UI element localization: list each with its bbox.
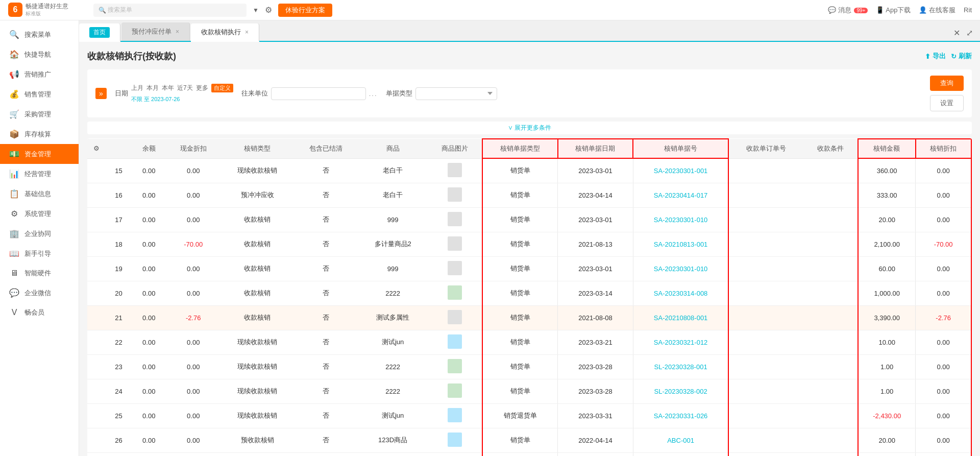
app-download[interactable]: 📱 App下载 (876, 6, 911, 15)
cell-settings[interactable] (87, 281, 106, 305)
cell-writeoff-bill-no[interactable]: SA-20230301-010 (633, 207, 728, 232)
writeoff-bill-link[interactable]: SA-20230301-010 (654, 216, 708, 224)
writeoff-bill-link[interactable]: ABC-001 (667, 437, 694, 444)
cell-settings[interactable] (87, 207, 106, 232)
sidebar-item-wechat[interactable]: 💬 企业微信 (0, 283, 79, 303)
expand-more-bar[interactable]: ∨ 展开更多条件 (87, 122, 972, 134)
writeoff-bill-link[interactable]: SA-20210808-001 (654, 314, 708, 322)
writeoff-bill-link[interactable]: SA-20210813-001 (654, 241, 708, 248)
writeoff-bill-link[interactable]: SL-20230328-001 (654, 363, 707, 371)
sidebar-item-sales[interactable]: 💰 销售管理 (0, 84, 79, 104)
cell-writeoff-type: 现续收款核销 (220, 379, 295, 403)
filter-dots: ... (369, 90, 378, 98)
col-header-settings[interactable]: ⚙ (87, 139, 106, 158)
date-this-month[interactable]: 本月 (146, 84, 159, 92)
writeoff-bill-link[interactable]: SA-20230301-010 (654, 265, 708, 273)
cell-settings[interactable] (87, 330, 106, 354)
user-name[interactable]: Rit (964, 6, 972, 14)
sidebar-label-search: 搜索菜单 (24, 30, 51, 39)
wechat-icon: 💬 (9, 288, 19, 298)
writeoff-bill-link[interactable]: SA-20230331-026 (654, 412, 708, 420)
sidebar-item-guide[interactable]: 📖 新手引导 (0, 244, 79, 263)
cell-writeoff-bill-no[interactable]: SL-20230408-001 (633, 452, 728, 456)
sidebar-item-company[interactable]: 🏢 企业协同 (0, 224, 79, 244)
writeoff-bill-link[interactable]: SA-20230414-017 (654, 191, 708, 199)
date-custom-btn[interactable]: 自定义 (211, 84, 233, 92)
goods-thumbnail (448, 383, 462, 398)
cell-settings[interactable] (87, 256, 106, 281)
from-unit-input[interactable] (271, 87, 366, 100)
cell-balance: 0.00 (132, 305, 166, 330)
refresh-btn[interactable]: ↻ 刷新 (951, 52, 972, 61)
date-this-year[interactable]: 本年 (162, 84, 174, 92)
sidebar-item-base[interactable]: 📋 基础信息 (0, 184, 79, 204)
dropdown-arrow[interactable]: ▼ (253, 7, 259, 14)
cell-receipt-condition (803, 452, 858, 456)
bill-type-select[interactable] (415, 87, 497, 100)
cell-include-settled: 否 (294, 354, 358, 379)
cell-writeoff-bill-no[interactable]: ABC-001 (633, 428, 728, 452)
tab-writeoff-close[interactable]: × (245, 29, 249, 36)
industry-btn[interactable]: 休验行业方案 (278, 4, 332, 17)
cell-writeoff-bill-no[interactable]: SA-20230321-012 (633, 330, 728, 354)
cell-goods-image (428, 158, 483, 183)
cell-writeoff-type: 收款核销 (220, 207, 295, 232)
writeoff-bill-link[interactable]: SA-20230321-012 (654, 339, 708, 346)
tab-prepay[interactable]: 预付冲应付单 × (121, 22, 190, 41)
filter-toggle-btn[interactable]: » (95, 88, 107, 99)
date-7days[interactable]: 近7天 (177, 84, 193, 92)
cell-writeoff-bill-no[interactable]: SA-20230414-017 (633, 183, 728, 207)
close-all-icon[interactable]: ✕ (951, 27, 962, 39)
cell-settings[interactable] (87, 403, 106, 428)
online-service[interactable]: 👤 在线客服 (919, 6, 955, 15)
home-icon: 🏠 (9, 50, 19, 59)
cell-writeoff-bill-no[interactable]: SL-20230328-001 (633, 354, 728, 379)
expand-icon[interactable]: ⤢ (964, 27, 975, 39)
sidebar-item-system[interactable]: ⚙ 系统管理 (0, 204, 79, 224)
sidebar-item-operation[interactable]: 📊 经营管理 (0, 164, 79, 184)
sidebar-item-shortcut[interactable]: 🏠 快捷导航 (0, 44, 79, 64)
date-more[interactable]: 更多 (196, 84, 208, 92)
sidebar-item-purchase[interactable]: 🛒 采购管理 (0, 104, 79, 124)
sidebar-item-finance[interactable]: 💵 资金管理 (0, 144, 79, 164)
sidebar-label-marketing: 营销推广 (24, 70, 51, 79)
gear-icon[interactable]: ⚙ (265, 5, 272, 15)
sidebar-item-member[interactable]: V 畅会员 (0, 303, 79, 322)
cell-cash-discount: 0.00 (166, 158, 220, 183)
cell-settings[interactable] (87, 183, 106, 207)
query-btn[interactable]: 查询 (930, 76, 964, 91)
cell-writeoff-bill-no[interactable]: SA-20230314-008 (633, 281, 728, 305)
cell-writeoff-bill-type: 销货单 (482, 207, 557, 232)
cell-writeoff-bill-no[interactable]: SA-20230301-010 (633, 256, 728, 281)
sidebar-item-inventory[interactable]: 📦 库存核算 (0, 124, 79, 144)
sidebar-item-marketing[interactable]: 📢 营销推广 (0, 64, 79, 84)
cell-settings[interactable] (87, 452, 106, 456)
cell-writeoff-bill-no[interactable]: SA-20230331-026 (633, 403, 728, 428)
cell-settings[interactable] (87, 354, 106, 379)
col-header-receipt-condition: 收款条件 (803, 139, 858, 158)
cell-settings[interactable] (87, 305, 106, 330)
tab-writeoff[interactable]: 收款核销执行 × (191, 23, 259, 42)
cell-writeoff-bill-no[interactable]: SA-20230301-001 (633, 158, 728, 183)
cell-settings[interactable] (87, 232, 106, 256)
date-row: 上月 本月 本年 近7天 更多 自定义 (131, 84, 233, 92)
cell-writeoff-bill-no[interactable]: SA-20210813-001 (633, 232, 728, 256)
settings-btn[interactable]: 设置 (930, 95, 964, 111)
cell-settings[interactable] (87, 158, 106, 183)
tab-prepay-close[interactable]: × (176, 28, 179, 35)
export-btn[interactable]: ⬆ 导出 (925, 52, 946, 61)
sidebar-item-hardware[interactable]: 🖥 智能硬件 (0, 263, 79, 283)
writeoff-bill-link[interactable]: SA-20230314-008 (654, 290, 708, 297)
message-area[interactable]: 💬 消息 99+ (828, 6, 868, 15)
goods-thumbnail (448, 236, 462, 251)
tab-prepay-label: 预付冲应付单 (132, 27, 172, 36)
cell-writeoff-bill-no[interactable]: SA-20210808-001 (633, 305, 728, 330)
cell-settings[interactable] (87, 379, 106, 403)
date-last-month[interactable]: 上月 (131, 84, 143, 92)
cell-writeoff-bill-no[interactable]: SL-20230328-002 (633, 379, 728, 403)
cell-settings[interactable] (87, 428, 106, 452)
writeoff-bill-link[interactable]: SA-20230301-001 (654, 167, 708, 175)
tab-home[interactable]: 首页 (79, 23, 120, 42)
writeoff-bill-link[interactable]: SL-20230328-002 (654, 388, 707, 395)
sidebar-item-search[interactable]: 🔍 搜索菜单 (0, 25, 79, 44)
